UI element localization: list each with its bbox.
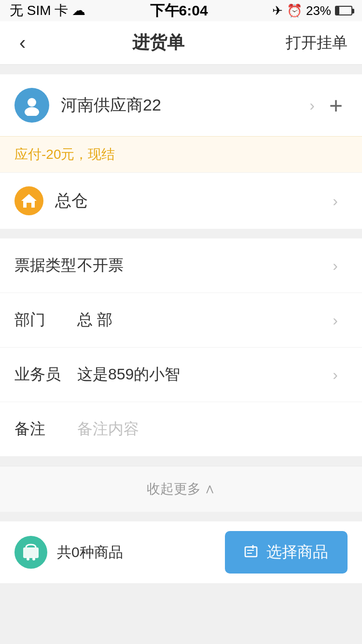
supplier-section: 河南供应商22 › + 应付-20元，现结 总仓 › xyxy=(0,74,362,229)
salesperson-value: 这是859的小智 xyxy=(77,364,333,385)
svg-rect-3 xyxy=(27,203,31,208)
nav-bar: ‹ 进货单 打开挂单 xyxy=(0,21,362,65)
house-icon xyxy=(20,192,38,210)
warehouse-chevron-icon: › xyxy=(333,192,338,210)
person-icon xyxy=(21,95,42,116)
svg-point-0 xyxy=(28,98,36,107)
product-cart-icon xyxy=(14,536,47,569)
invoice-type-chevron-icon: › xyxy=(333,257,338,275)
select-product-label: 选择商品 xyxy=(266,542,328,563)
warehouse-name: 总仓 xyxy=(55,190,333,212)
collapse-row[interactable]: 收起更多 ∧ xyxy=(0,466,362,512)
department-chevron-icon: › xyxy=(333,311,338,329)
add-supplier-button[interactable]: + xyxy=(324,92,348,119)
supplier-avatar xyxy=(14,88,49,123)
select-product-icon xyxy=(244,544,261,560)
remark-label: 备注 xyxy=(14,419,77,440)
back-button[interactable]: ‹ xyxy=(14,27,30,58)
page-container: 无 SIM 卡 ☁ 下午6:04 ✈ ⏰ 23% ‹ 进货单 打开挂单 xyxy=(0,0,362,644)
divider-1 xyxy=(0,65,362,74)
supplier-chevron-icon: › xyxy=(309,97,315,114)
sim-status: 无 SIM 卡 ☁ xyxy=(10,1,85,20)
salesperson-row[interactable]: 业务员 这是859的小智 › xyxy=(0,348,362,402)
status-right: ✈ ⏰ 23% xyxy=(272,3,352,18)
notice-text: 应付-20元，现结 xyxy=(14,147,115,162)
alarm-icon: ⏰ xyxy=(287,3,302,18)
collapse-label: 收起更多 ∧ xyxy=(147,480,216,498)
supplier-row[interactable]: 河南供应商22 › + xyxy=(0,74,362,136)
svg-point-6 xyxy=(32,558,35,560)
department-value: 总 部 xyxy=(77,309,333,331)
department-label: 部门 xyxy=(14,309,77,331)
cart-icon xyxy=(21,543,41,562)
notice-banner: 应付-20元，现结 xyxy=(0,136,362,172)
select-product-button[interactable]: 选择商品 xyxy=(225,531,348,574)
status-time: 下午6:04 xyxy=(150,1,208,21)
remark-input[interactable]: 备注内容 xyxy=(77,419,348,440)
remark-row[interactable]: 备注 备注内容 xyxy=(0,402,362,456)
warehouse-icon xyxy=(14,186,43,215)
supplier-name: 河南供应商22 xyxy=(61,94,309,116)
invoice-type-row[interactable]: 票据类型 不开票 › xyxy=(0,238,362,293)
svg-point-5 xyxy=(27,558,29,560)
product-count-label: 共0种商品 xyxy=(57,543,215,562)
status-bar: 无 SIM 卡 ☁ 下午6:04 ✈ ⏰ 23% xyxy=(0,0,362,21)
salesperson-label: 业务员 xyxy=(14,364,77,385)
invoice-type-value: 不开票 xyxy=(77,255,333,276)
svg-rect-7 xyxy=(245,547,257,557)
open-pending-button[interactable]: 打开挂单 xyxy=(286,32,348,54)
svg-rect-4 xyxy=(23,547,39,558)
battery-percent: 23% xyxy=(306,3,331,18)
form-section: 票据类型 不开票 › 部门 总 部 › 业务员 这是859的小智 › 备注 备注… xyxy=(0,238,362,456)
status-left: 无 SIM 卡 ☁ xyxy=(10,1,85,20)
department-row[interactable]: 部门 总 部 › xyxy=(0,293,362,348)
warehouse-row[interactable]: 总仓 › xyxy=(0,172,362,229)
salesperson-chevron-icon: › xyxy=(333,366,338,384)
location-icon: ✈ xyxy=(272,3,283,18)
bottom-bar: 共0种商品 选择商品 xyxy=(0,521,362,583)
svg-point-1 xyxy=(25,107,39,116)
battery-icon xyxy=(335,6,352,15)
invoice-type-label: 票据类型 xyxy=(14,255,77,276)
page-title: 进货单 xyxy=(132,31,184,55)
